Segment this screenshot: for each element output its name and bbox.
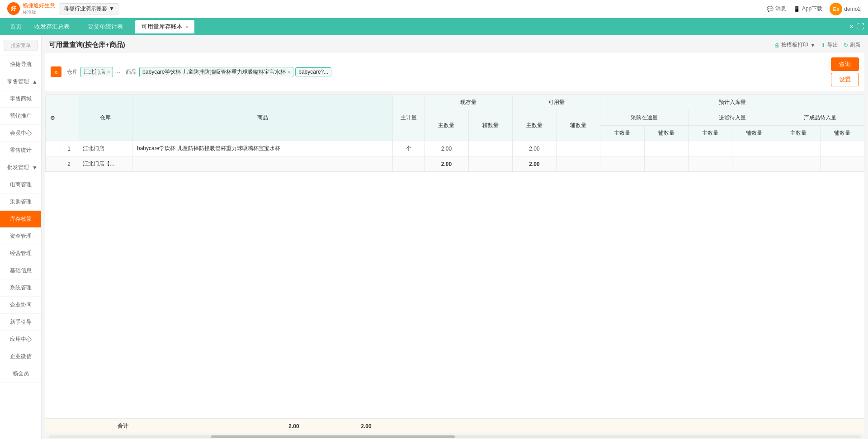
- warehouse-filter-group: 仓库 江北门店 × ···: [67, 67, 120, 77]
- sidebar-item-wholesale-mgmt[interactable]: 批发管理 ▼: [0, 159, 41, 176]
- sidebar-member-vip-label: 畅会员: [13, 370, 29, 377]
- filter-expand-btn[interactable]: »: [51, 66, 61, 77]
- sidebar-item-ecommerce[interactable]: 电商管理: [0, 176, 41, 194]
- industry-label: 母婴行业演示账套: [64, 5, 107, 13]
- search-menu-btn[interactable]: 搜索菜单: [4, 40, 38, 51]
- sidebar-item-purchase[interactable]: 采购管理: [0, 194, 41, 211]
- cell-product-aux: [820, 156, 864, 172]
- cell-gear: [46, 156, 60, 172]
- sidebar-item-retail-mgmt[interactable]: 零售管理 ▲: [0, 73, 41, 90]
- th-avail-aux: 辅数量: [557, 110, 600, 141]
- cell-product: babycare学饮杯 儿童防摔防撞吸管杯重力球吸嘴杯宝宝水杯: [132, 141, 393, 156]
- scrollbar-thumb[interactable]: [211, 435, 455, 438]
- sidebar-retail-mall-label: 零售商城: [10, 95, 32, 102]
- window-maximize-icon[interactable]: ⛶: [857, 23, 864, 31]
- sidebar-item-retail-mall[interactable]: 零售商城: [0, 90, 41, 108]
- query-btn[interactable]: 查询: [831, 57, 859, 71]
- dropdown-icon: ▼: [109, 5, 114, 12]
- sidebar-new-guide-label: 新手引导: [10, 319, 32, 325]
- th-purchase-aux: 辅数量: [644, 126, 688, 141]
- sidebar-item-retail-stats[interactable]: 零售统计: [0, 142, 41, 159]
- sidebar-item-marketing[interactable]: 营销推广: [0, 108, 41, 125]
- th-goods-aux: 辅数量: [732, 126, 776, 141]
- sidebar-item-member-center[interactable]: 会员中心: [0, 125, 41, 142]
- table-row: 2 江北门店【... 2.00 2.00: [46, 156, 864, 172]
- refresh-btn[interactable]: ↻ 刷新: [844, 41, 861, 49]
- cell-purchase-main: [600, 141, 644, 156]
- tab-order-stats[interactable]: 要货单统计表 ×: [81, 20, 135, 33]
- sidebar-basic-info-label: 基础信息: [10, 267, 32, 274]
- top-bar-right: 💬 消息 📱 App下载 Ea demo2: [767, 3, 861, 15]
- industry-selector[interactable]: 母婴行业演示账套 ▼: [59, 3, 119, 14]
- th-goods-main: 主数量: [688, 126, 732, 141]
- export-btn[interactable]: ⬆ 导出: [821, 41, 838, 49]
- sidebar-item-inventory[interactable]: 库存核算: [0, 211, 41, 228]
- footer-stock-main: 2.00: [276, 423, 312, 430]
- footer-avail-main: 2.00: [348, 423, 384, 430]
- th-avail-main: 主数量: [512, 110, 556, 141]
- sidebar-item-enterprise-wechat[interactable]: 企业微信: [0, 348, 41, 365]
- table-row: 1 江北门店 babycare学饮杯 儿童防摔防撞吸管杯重力球吸嘴杯宝宝水杯 个…: [46, 141, 864, 156]
- tab-available-stock[interactable]: 可用量库存账本 ×: [135, 20, 194, 33]
- user-area[interactable]: Ea demo2: [830, 3, 861, 15]
- cell-product: [132, 156, 393, 172]
- window-close-icon[interactable]: ×: [849, 23, 854, 31]
- tab-available-stock-close[interactable]: ×: [185, 24, 188, 29]
- th-purchase-transit-group: 采购在途量: [600, 110, 689, 126]
- sidebar-marketing-label: 营销推广: [10, 113, 32, 119]
- filter-bar: » 仓库 江北门店 × ··· 商品 babycare学饮杯 儿童防摔防撞吸管杯…: [45, 53, 864, 91]
- cell-main-unit: 个: [393, 141, 425, 156]
- th-rowno: [60, 95, 78, 141]
- sidebar-item-quicknav[interactable]: 快捷导航: [0, 56, 41, 73]
- cell-purchase-aux: [644, 156, 688, 172]
- scrollbar-track: [49, 435, 861, 438]
- print-btn[interactable]: 🖨 按模板打印 ▼: [774, 41, 816, 49]
- tab-home[interactable]: 首页: [4, 20, 28, 33]
- sidebar-item-system-mgmt[interactable]: 系统管理: [0, 279, 41, 297]
- cell-avail-main: 2.00: [512, 141, 556, 156]
- logo-text-group: 畅捷通好生意 标准版: [23, 2, 55, 15]
- cell-product-aux: [820, 141, 864, 156]
- cell-stock-aux: [468, 141, 512, 156]
- sidebar-item-new-guide[interactable]: 新手引导: [0, 314, 41, 331]
- tab-available-stock-label: 可用量库存账本: [142, 23, 183, 31]
- th-product-aux: 辅数量: [820, 126, 864, 141]
- app-download-btn[interactable]: 📱 App下载: [793, 5, 822, 13]
- scrollbar-area: [45, 434, 864, 439]
- logo-icon: 好: [7, 2, 20, 15]
- sidebar-item-operations[interactable]: 经营管理: [0, 245, 41, 262]
- export-icon: ⬆: [821, 42, 826, 48]
- message-label: 消息: [775, 5, 786, 13]
- sidebar-item-basic-info[interactable]: 基础信息: [0, 262, 41, 279]
- sidebar-finance-label: 资金管理: [10, 233, 32, 239]
- sidebar-wholesale-mgmt-arrow: ▼: [32, 165, 38, 171]
- sidebar-item-member-vip[interactable]: 畅会员: [0, 365, 41, 382]
- message-btn[interactable]: 💬 消息: [767, 5, 786, 13]
- th-warehouse: 仓库: [78, 95, 132, 141]
- sidebar-item-app-center[interactable]: 应用中心: [0, 331, 41, 348]
- warehouse-filter-more[interactable]: ···: [115, 68, 120, 76]
- logo-text: 畅捷通好生意: [23, 2, 55, 9]
- settings-btn[interactable]: 设置: [831, 73, 859, 86]
- th-stock-main: 主数量: [425, 110, 468, 141]
- product-tag-babycare-close[interactable]: ×: [288, 69, 290, 75]
- tab-receipt-summary[interactable]: 收发存汇总表 ×: [28, 20, 81, 33]
- tab-order-stats-close[interactable]: ×: [126, 24, 128, 29]
- th-stock-aux: 辅数量: [468, 110, 512, 141]
- cell-goods-main: [688, 156, 732, 172]
- cell-warehouse: 江北门店【...: [78, 156, 132, 172]
- tab-receipt-summary-close[interactable]: ×: [72, 24, 75, 29]
- filter-action-col: 查询 设置: [831, 57, 859, 86]
- logo-area: 好 畅捷通好生意 标准版: [7, 2, 55, 15]
- sidebar-item-enterprise-coop[interactable]: 企业协同: [0, 297, 41, 314]
- page-header: 可用量查询(按仓库+商品) 🖨 按模板打印 ▼ ⬆ 导出 ↻ 刷新: [42, 35, 868, 53]
- refresh-icon: ↻: [844, 42, 848, 48]
- sidebar-search: 搜索菜单: [0, 35, 41, 56]
- th-gear[interactable]: ⚙: [46, 95, 60, 141]
- app-label: App下载: [802, 5, 822, 13]
- th-product: 商品: [132, 95, 393, 141]
- table-wrapper: ⚙ 仓库 商品 主计量 现存量 可用量 预计入库量 主数量 辅数量 主数量 辅数…: [45, 94, 864, 439]
- sidebar-item-finance[interactable]: 资金管理: [0, 228, 41, 245]
- warehouse-tag-jiangbei-close[interactable]: ×: [107, 69, 110, 75]
- sidebar-purchase-label: 采购管理: [10, 198, 32, 205]
